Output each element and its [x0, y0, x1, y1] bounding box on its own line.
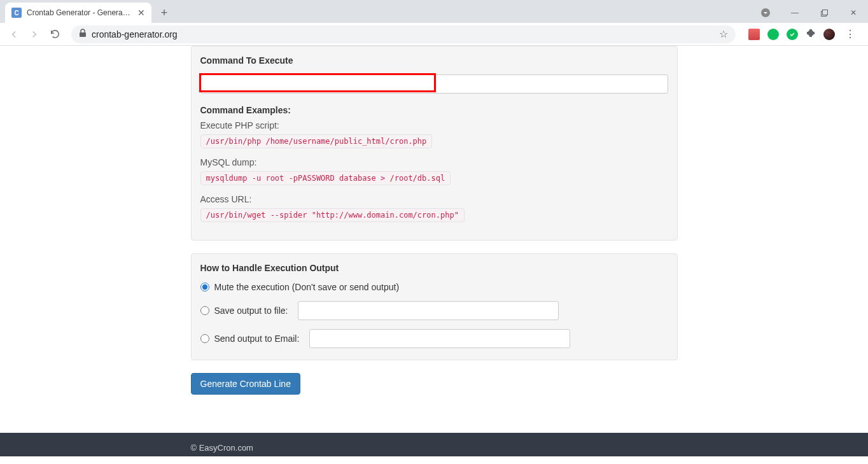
- mute-option-row[interactable]: Mute the execution (Don't save or send o…: [200, 282, 668, 292]
- mute-label: Mute the execution (Don't save or send o…: [214, 282, 400, 292]
- footer-copyright: © EasyCron.com: [191, 443, 253, 453]
- browser-toolbar: crontab-generator.org ☆ ⋮: [0, 23, 868, 46]
- output-heading: How to Handle Execution Output: [200, 263, 668, 273]
- examples-heading: Command Examples:: [200, 105, 668, 115]
- address-bar[interactable]: crontab-generator.org ☆: [71, 25, 736, 43]
- extension-icon[interactable]: [748, 29, 760, 40]
- example-label: Execute PHP script:: [200, 120, 668, 130]
- footer: © EasyCron.com: [0, 433, 868, 456]
- send-email-input[interactable]: [309, 329, 570, 348]
- example-code: mysqldump -u root -pPASSWORD database > …: [200, 171, 451, 185]
- example-code: /usr/bin/php /home/username/public_html/…: [200, 134, 433, 148]
- reload-button[interactable]: [46, 25, 64, 43]
- extension-icon[interactable]: [787, 29, 798, 40]
- extensions-menu-icon[interactable]: [806, 28, 816, 41]
- page-viewport[interactable]: Command To Execute Command Examples: Exe…: [0, 46, 868, 464]
- window-controls: — ✕: [751, 3, 868, 23]
- minimize-button[interactable]: —: [780, 3, 809, 23]
- save-file-radio[interactable]: [200, 306, 209, 315]
- extension-icon[interactable]: [767, 29, 779, 40]
- send-email-label: Send output to Email:: [214, 334, 300, 344]
- close-window-button[interactable]: ✕: [839, 3, 868, 23]
- close-tab-icon[interactable]: ✕: [137, 8, 145, 18]
- output-panel: How to Handle Execution Output Mute the …: [191, 253, 678, 360]
- tab-title: Crontab Generator - Generate cr: [27, 8, 132, 17]
- svg-rect-3: [80, 32, 86, 37]
- svg-rect-2: [822, 10, 827, 15]
- footer-gap: [0, 395, 868, 433]
- generate-button[interactable]: Generate Crontab Line: [191, 373, 300, 395]
- extension-icons: ⋮: [743, 28, 863, 41]
- command-panel: Command To Execute Command Examples: Exe…: [191, 46, 678, 241]
- browser-tab[interactable]: C Crontab Generator - Generate cr ✕: [5, 3, 151, 23]
- example-code: /usr/bin/wget --spider "http://www.domai…: [200, 208, 465, 222]
- send-email-option-row[interactable]: Send output to Email:: [200, 329, 668, 348]
- bookmark-star-icon[interactable]: ☆: [719, 28, 728, 40]
- maximize-button[interactable]: [809, 3, 839, 23]
- save-file-option-row[interactable]: Save output to file:: [200, 301, 668, 320]
- favicon-icon: C: [11, 8, 22, 18]
- back-button[interactable]: [5, 25, 23, 43]
- example-label: Access URL:: [200, 194, 668, 204]
- save-file-label: Save output to file:: [214, 306, 288, 316]
- command-heading: Command To Execute: [200, 55, 668, 66]
- command-input[interactable]: [200, 74, 668, 94]
- example-label: MySQL dump:: [200, 157, 668, 167]
- save-file-input[interactable]: [298, 301, 559, 320]
- tab-strip: C Crontab Generator - Generate cr ✕ + — …: [0, 0, 868, 23]
- forward-button[interactable]: [25, 25, 43, 43]
- url-text: crontab-generator.org: [92, 29, 714, 39]
- browser-menu-icon[interactable]: ⋮: [843, 28, 858, 40]
- settings-dropdown-icon[interactable]: [751, 3, 780, 23]
- profile-avatar[interactable]: [823, 29, 835, 40]
- new-tab-button[interactable]: +: [155, 4, 173, 22]
- mute-radio[interactable]: [200, 283, 209, 292]
- lock-icon: [79, 29, 87, 39]
- send-email-radio[interactable]: [200, 334, 209, 343]
